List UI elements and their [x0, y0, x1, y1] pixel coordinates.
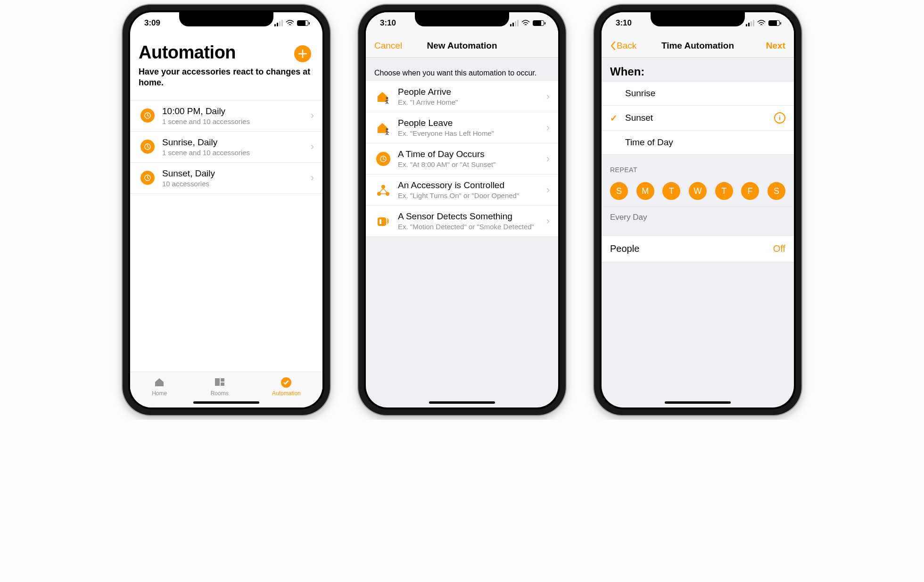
back-label: Back	[617, 41, 636, 51]
home-indicator[interactable]	[193, 401, 259, 404]
when-header: When:	[602, 58, 794, 81]
tab-automation[interactable]: Automation	[272, 377, 301, 397]
automation-subtitle: 10 accessories	[162, 180, 311, 188]
automation-title: 10:00 PM, Daily	[162, 106, 311, 116]
svg-point-7	[386, 97, 388, 99]
back-button[interactable]: Back	[610, 41, 636, 51]
home-arrive-icon	[374, 90, 392, 104]
option-label: Sunrise	[625, 88, 785, 99]
automation-subtitle: 1 scene and 10 accessories	[162, 149, 311, 157]
day-wed[interactable]: W	[689, 182, 707, 200]
chevron-right-icon: ›	[546, 184, 550, 196]
event-sensor[interactable]: A Sensor Detects Something Ex. "Motion D…	[366, 206, 558, 237]
option-sunset[interactable]: ✓ Sunset i	[602, 105, 794, 130]
svg-rect-5	[221, 382, 224, 386]
clock-icon	[140, 171, 155, 185]
plus-icon	[298, 50, 307, 58]
event-title: An Accessory is Controlled	[398, 180, 546, 191]
chevron-right-icon: ›	[546, 122, 550, 134]
page-title: Automation	[139, 42, 314, 63]
repeat-header: REPEAT	[602, 155, 794, 177]
notch	[651, 12, 745, 26]
automation-icon	[280, 377, 292, 388]
automation-title: Sunrise, Daily	[162, 137, 311, 148]
event-title: A Time of Day Occurs	[398, 149, 546, 159]
day-fri[interactable]: F	[741, 182, 759, 200]
event-title: People Leave	[398, 118, 546, 128]
clock-icon	[140, 108, 155, 123]
nav-bar: Cancel New Automation	[366, 34, 558, 58]
notch	[415, 12, 509, 26]
chevron-left-icon	[610, 41, 616, 50]
chevron-right-icon: ›	[311, 141, 314, 153]
clock-icon	[376, 152, 390, 166]
chevron-right-icon: ›	[546, 91, 550, 103]
event-subtitle: Ex. "At 8:00 AM" or "At Sunset"	[398, 160, 546, 168]
option-time-of-day[interactable]: Time of Day	[602, 130, 794, 155]
add-automation-button[interactable]	[294, 45, 311, 62]
status-time: 3:09	[144, 18, 160, 28]
event-accessory[interactable]: An Accessory is Controlled Ex. "Light Tu…	[366, 175, 558, 206]
automation-list: 10:00 PM, Daily 1 scene and 10 accessori…	[130, 100, 322, 194]
cancel-button[interactable]: Cancel	[374, 41, 402, 51]
clock-icon	[140, 140, 155, 154]
event-subtitle: Ex. "Everyone Has Left Home"	[398, 129, 546, 137]
info-icon[interactable]: i	[774, 112, 785, 124]
repeat-summary: Every Day	[602, 207, 794, 228]
home-indicator[interactable]	[665, 401, 731, 404]
battery-icon	[533, 20, 544, 26]
phone-3: 3:10 Back Time Automation Next When: Sun…	[594, 5, 801, 415]
next-button[interactable]: Next	[766, 41, 785, 51]
notch	[179, 12, 273, 26]
day-thu[interactable]: T	[715, 182, 733, 200]
day-sat[interactable]: S	[767, 182, 785, 200]
tab-home[interactable]: Home	[152, 377, 167, 397]
event-people-arrive[interactable]: People Arrive Ex. "I Arrive Home" ›	[366, 81, 558, 112]
home-indicator[interactable]	[429, 401, 495, 404]
day-mon[interactable]: M	[636, 182, 654, 200]
signal-icon	[274, 20, 283, 26]
tab-label: Home	[152, 390, 167, 397]
wifi-icon	[521, 20, 530, 26]
svg-rect-4	[221, 378, 224, 382]
automation-item[interactable]: Sunset, Daily 10 accessories ›	[130, 163, 322, 194]
chevron-right-icon: ›	[311, 109, 314, 122]
event-subtitle: Ex. "Motion Detected" or "Smoke Detected…	[398, 223, 546, 231]
signal-icon	[510, 20, 519, 26]
automation-title: Sunset, Daily	[162, 168, 311, 179]
nav-title: Time Automation	[661, 41, 734, 51]
event-title: People Arrive	[398, 87, 546, 97]
event-subtitle: Ex. "Light Turns On" or "Door Opened"	[398, 191, 546, 200]
sensor-icon	[374, 215, 392, 228]
automation-item[interactable]: 10:00 PM, Daily 1 scene and 10 accessori…	[130, 100, 322, 132]
people-label: People	[610, 243, 639, 254]
automation-item[interactable]: Sunrise, Daily 1 scene and 10 accessorie…	[130, 132, 322, 163]
svg-point-12	[386, 192, 389, 196]
status-time: 3:10	[616, 18, 632, 28]
automation-subtitle: 1 scene and 10 accessories	[162, 117, 311, 125]
people-row[interactable]: People Off	[602, 235, 794, 262]
signal-icon	[746, 20, 754, 26]
battery-icon	[768, 20, 780, 26]
nav-title: New Automation	[427, 41, 497, 51]
home-icon	[154, 377, 165, 388]
chevron-right-icon: ›	[311, 172, 314, 184]
chevron-right-icon: ›	[546, 215, 550, 227]
option-sunrise[interactable]: Sunrise	[602, 81, 794, 105]
wifi-icon	[757, 20, 766, 26]
day-sun[interactable]: S	[610, 182, 628, 200]
rooms-icon	[214, 377, 225, 388]
svg-rect-3	[215, 378, 220, 386]
battery-icon	[297, 20, 308, 26]
event-people-leave[interactable]: People Leave Ex. "Everyone Has Left Home…	[366, 112, 558, 143]
tab-rooms[interactable]: Rooms	[211, 377, 229, 397]
section-prompt: Choose when you want this automation to …	[366, 58, 558, 81]
wifi-icon	[286, 20, 294, 26]
repeat-days: S M T W T F S	[602, 177, 794, 207]
event-time-of-day[interactable]: A Time of Day Occurs Ex. "At 8:00 AM" or…	[366, 143, 558, 175]
day-tue[interactable]: T	[662, 182, 680, 200]
option-label: Time of Day	[625, 137, 785, 148]
svg-point-11	[377, 192, 381, 196]
event-title: A Sensor Detects Something	[398, 211, 546, 222]
accessory-icon	[374, 183, 392, 197]
